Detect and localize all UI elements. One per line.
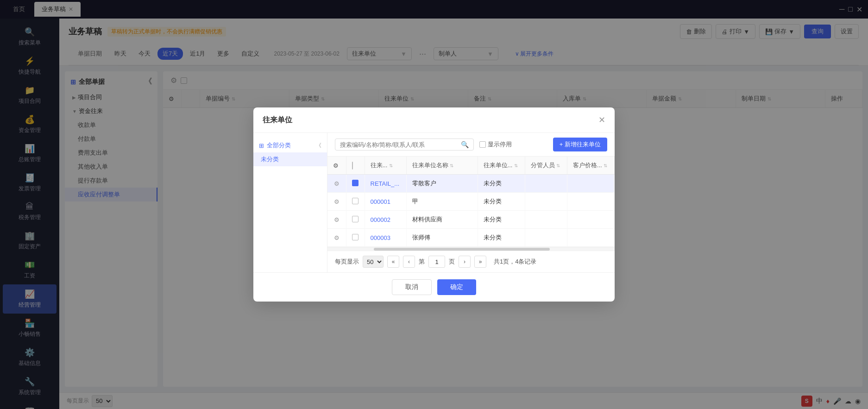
cell-category: 未分类 [478,229,525,247]
modal-overlay: 往来单位 ✕ ⊞ 全部分类 《 未分类 [0,0,868,409]
cell-name: 甲 [406,193,478,211]
th-modal-check [346,157,365,175]
table-header-row: ⚙ 往来... ⇅ 往来单位名称 ⇅ [327,157,615,175]
cell-code: RETAIL_... [365,175,406,193]
cat-item-unclassified[interactable]: 未分类 [253,152,327,166]
modal-close-icon[interactable]: ✕ [598,115,605,125]
per-page-label: 每页显示 [335,258,359,266]
page-label: 第 [419,258,425,266]
search-icon: 🔍 [461,141,469,148]
th-modal-settings[interactable]: ⚙ [327,157,346,175]
modal-search-box[interactable]: 🔍 [335,138,474,151]
sort-person-icon: ⇅ [556,163,560,168]
show-disabled-toggle[interactable]: 显示停用 [479,140,512,149]
cell-person [525,193,567,211]
cat-all-label: 全部分类 [267,141,291,150]
cat-all-icon: ⊞ [259,142,264,149]
cell-check[interactable] [346,229,365,247]
th-checkbox[interactable] [352,162,353,170]
page-last-btn[interactable]: » [474,256,486,268]
th-modal-code[interactable]: 往来... ⇅ [365,157,406,175]
show-disabled-label: 显示停用 [488,140,512,149]
modal-actions: 取消 确定 [253,272,615,302]
table-row[interactable]: ⚙ 000001 甲 未分类 [327,193,615,211]
cat-unclassified-label: 未分类 [261,156,279,163]
modal-pagination: 每页显示 50 « ‹ 第 页 › » 共1页，4条记录 [327,251,615,272]
cell-code: 000002 [365,211,406,229]
modal-search-input[interactable] [340,141,458,148]
cat-header-all[interactable]: ⊞ 全部分类 《 [253,138,327,152]
modal-title: 往来单位 [263,115,292,125]
page-next-btn[interactable]: › [459,256,471,268]
cat-collapse-icon[interactable]: 《 [316,142,321,150]
modal-toolbar: 🔍 显示停用 + 新增往来单位 [327,133,615,157]
h-scroll-bar[interactable] [327,247,615,251]
cell-category: 未分类 [478,175,525,193]
cell-code: 000001 [365,193,406,211]
show-disabled-checkbox[interactable] [479,141,486,148]
table-row[interactable]: ⚙ 000002 材料供应商 未分类 [327,211,615,229]
modal-table-area: 🔍 显示停用 + 新增往来单位 ⚙ [327,133,615,272]
h-scroll-thumb [374,248,550,251]
modal-dialog: 往来单位 ✕ ⊞ 全部分类 《 未分类 [253,107,615,302]
sort-cat-icon: ⇅ [514,163,518,168]
cell-settings[interactable]: ⚙ [327,193,346,211]
cell-price [567,211,614,229]
sort-name-icon: ⇅ [450,163,453,168]
sort-price-icon: ⇅ [604,163,607,168]
total-text: 共1页，4条记录 [494,258,536,266]
page-prev-btn[interactable]: ‹ [403,256,415,268]
counterparty-table: ⚙ 往来... ⇅ 往来单位名称 ⇅ [327,157,615,247]
cell-price [567,193,614,211]
cell-person [525,211,567,229]
confirm-button[interactable]: 确定 [437,279,476,295]
cell-person [525,229,567,247]
cell-price [567,175,614,193]
cell-name: 张师傅 [406,229,478,247]
cell-name: 零散客户 [406,175,478,193]
cell-name: 材料供应商 [406,211,478,229]
page-suffix: 页 [449,258,455,266]
sort-code-icon: ⇅ [389,163,393,168]
th-modal-price[interactable]: 客户价格... ⇅ [567,157,614,175]
page-current-input[interactable] [428,256,445,268]
add-counterparty-button[interactable]: + 新增往来单位 [553,138,607,151]
modal-header: 往来单位 ✕ [253,107,615,133]
cell-check[interactable] [346,211,365,229]
table-row[interactable]: ⚙ 000003 张师傅 未分类 [327,229,615,247]
th-modal-category[interactable]: 往来单位... ⇅ [478,157,525,175]
cell-check[interactable] [346,175,365,193]
modal-body: ⊞ 全部分类 《 未分类 🔍 显示停用 [253,133,615,272]
per-page-select[interactable]: 50 [363,256,384,268]
cell-category: 未分类 [478,193,525,211]
cell-price [567,229,614,247]
cell-check[interactable] [346,193,365,211]
modal-categories: ⊞ 全部分类 《 未分类 [253,133,327,272]
add-counterparty-label: + 新增往来单位 [560,140,601,149]
th-modal-person[interactable]: 分管人员 ⇅ [525,157,567,175]
cell-settings[interactable]: ⚙ [327,211,346,229]
cancel-button[interactable]: 取消 [392,279,432,295]
table-row[interactable]: ⚙ RETAIL_... 零散客户 未分类 [327,175,615,193]
page-first-btn[interactable]: « [387,256,399,268]
modal-data-table: ⚙ 往来... ⇅ 往来单位名称 ⇅ [327,157,615,247]
cell-person [525,175,567,193]
cell-code: 000003 [365,229,406,247]
cell-settings[interactable]: ⚙ [327,175,346,193]
cell-settings[interactable]: ⚙ [327,229,346,247]
th-modal-name[interactable]: 往来单位名称 ⇅ [406,157,478,175]
cell-category: 未分类 [478,211,525,229]
